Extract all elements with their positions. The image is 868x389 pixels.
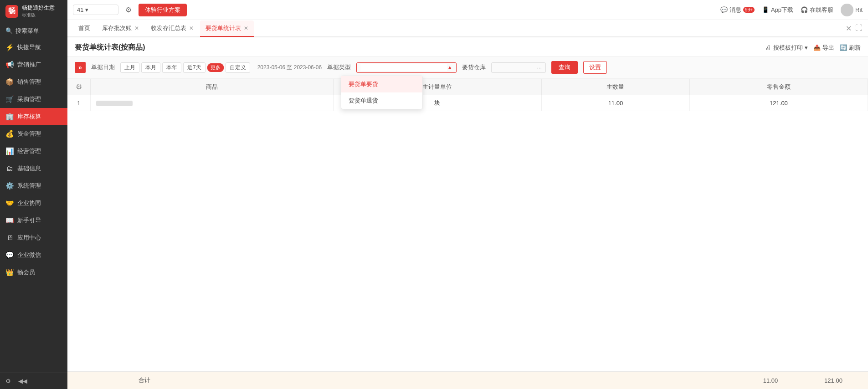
print-label: 按模板打印 [773, 44, 803, 52]
tab-order-summary[interactable]: 要货单统计表✕ [200, 20, 254, 37]
dropdown-item-return[interactable]: 要货单退货 [341, 92, 422, 109]
nav-label-guide: 新手引导 [17, 216, 41, 225]
minimize-icon[interactable]: ✕ [846, 24, 852, 33]
column-settings-icon[interactable]: ⚙ [76, 83, 82, 91]
print-template-btn[interactable]: 🖨 按模板打印 ▾ [765, 44, 808, 52]
sidebar-item-system[interactable]: ⚙️系统管理 [0, 177, 67, 194]
tabs-bar: 首页库存批次账✕收发存汇总表✕要货单统计表✕✕⛶ [67, 20, 868, 37]
settings-bottom-icon[interactable]: ⚙ [5, 378, 11, 384]
page-actions: 🖨 按模板打印 ▾ 📤 导出 🔄 刷新 [765, 44, 861, 52]
tab-close-order-summary[interactable]: ✕ [244, 25, 248, 31]
warehouse-input[interactable]: ··· [491, 62, 546, 73]
custom-date-btn[interactable]: 自定义 [226, 62, 250, 73]
sidebar-item-wechat[interactable]: 💬企业微信 [0, 246, 67, 264]
page-content: 要货单统计表(按商品) 🖨 按模板打印 ▾ 📤 导出 🔄 刷新 » [67, 37, 868, 389]
sidebar-item-quick-nav[interactable]: ⚡快捷导航 [0, 39, 67, 56]
nav-label-operations: 经营管理 [17, 147, 41, 155]
sidebar-item-sales[interactable]: 📦销售管理 [0, 73, 67, 91]
data-table: ⚙ 商品 主计量单位 主数量 零售金额 1 块 11.00 121.00 [67, 79, 868, 111]
sidebar-item-member[interactable]: 👑畅会员 [0, 264, 67, 281]
search-icon: 🔍 [5, 27, 13, 34]
tab-close-inventory-batch[interactable]: ✕ [134, 25, 139, 31]
sidebar-item-app-center[interactable]: 🖥应用中心 [0, 229, 67, 246]
user-avatar-btn[interactable]: Rit [841, 4, 863, 16]
date-range-text: 2023-05-06 至 2023-06-06 [257, 64, 322, 72]
nav-icon-quick-nav: ⚡ [5, 43, 14, 51]
nav-label-marketing: 营销推广 [17, 61, 41, 69]
sidebar-item-enterprise[interactable]: 🤝企业协同 [0, 194, 67, 212]
last-7days-btn[interactable]: 近7天 [183, 62, 205, 73]
sidebar-item-marketing[interactable]: 📢营销推广 [0, 56, 67, 73]
sidebar: 畅 畅捷通好生意 标准版 🔍 搜索菜单 ⚡快捷导航📢营销推广📦销售管理🛒采购管理… [0, 0, 67, 389]
nav-icon-basic-info: 🗂 [5, 164, 14, 173]
last-month-btn[interactable]: 上月 [120, 62, 139, 73]
dropdown-item-requisition[interactable]: 要货单要货 [341, 76, 422, 92]
nav-label-quick-nav: 快捷导航 [17, 43, 41, 51]
table-container: ⚙ 商品 主计量单位 主数量 零售金额 1 块 11.00 121.00 [67, 79, 868, 371]
type-chevron-icon[interactable]: ▲ [447, 64, 452, 71]
tab-label-receivable-summary: 收发存汇总表 [151, 24, 186, 32]
online-service-btn[interactable]: 🎧 在线客服 [801, 6, 833, 14]
tab-inventory-batch[interactable]: 库存批次账✕ [97, 20, 144, 37]
tab-home[interactable]: 首页 [73, 20, 96, 37]
row-product [90, 95, 333, 111]
logo-sub: 标准版 [22, 12, 55, 18]
this-year-btn[interactable]: 本年 [162, 62, 181, 73]
maximize-icon[interactable]: ⛶ [855, 24, 863, 33]
trial-btn[interactable]: 体验行业方案 [139, 4, 187, 16]
nav-label-app-center: 应用中心 [17, 234, 41, 242]
nav-icon-marketing: 📢 [5, 61, 14, 69]
filter-expand-btn[interactable]: » [75, 62, 86, 73]
table-row: 1 块 11.00 121.00 [67, 95, 868, 111]
tab-close-receivable-summary[interactable]: ✕ [189, 25, 194, 31]
messages-btn[interactable]: 💬 消息 99+ [720, 6, 755, 14]
search-menu[interactable]: 🔍 搜索菜单 [0, 23, 67, 39]
row-num: 1 [67, 95, 90, 111]
date-label: 单据日期 [91, 63, 115, 72]
sidebar-item-purchase[interactable]: 🛒采购管理 [0, 91, 67, 108]
nav-label-basic-info: 基础信息 [17, 164, 41, 173]
message-icon: 💬 [720, 6, 728, 13]
messages-label: 消息 [729, 6, 741, 14]
row-amount: 121.00 [689, 95, 868, 111]
nav-icon-app-center: 🖥 [5, 234, 14, 242]
nav-icon-wechat: 💬 [5, 251, 14, 259]
this-month-btn[interactable]: 本月 [141, 62, 160, 73]
type-label: 单据类型 [327, 63, 351, 72]
topbar-gear-icon[interactable]: ⚙ [122, 4, 135, 16]
query-btn[interactable]: 查询 [551, 61, 578, 74]
sidebar-item-finance[interactable]: 💰资金管理 [0, 125, 67, 143]
nav-icon-enterprise: 🤝 [5, 199, 14, 207]
export-label: 导出 [822, 44, 834, 52]
sidebar-item-inventory[interactable]: 🏢库存核算 [0, 108, 67, 125]
type-input[interactable]: ▲ [356, 62, 457, 73]
page-header: 要货单统计表(按商品) 🖨 按模板打印 ▾ 📤 导出 🔄 刷新 [67, 37, 868, 56]
message-count: 99+ [743, 7, 755, 13]
online-service-label: 在线客服 [810, 6, 833, 14]
refresh-btn[interactable]: 🔄 刷新 [840, 44, 861, 52]
date-quick-btns: 上月 本月 本年 近7天 更多 自定义 [120, 62, 250, 73]
type-input-field[interactable] [360, 64, 447, 71]
sidebar-item-guide[interactable]: 📖新手引导 [0, 212, 67, 229]
warehouse-more-icon: ··· [537, 64, 542, 71]
footer-label: 合计 [75, 376, 150, 384]
logo-title: 畅捷通好生意 [22, 5, 55, 12]
tab-receivable-summary[interactable]: 收发存汇总表✕ [145, 20, 199, 37]
company-selector[interactable]: 41 ▾ [73, 5, 118, 15]
row-quantity: 11.00 [541, 95, 689, 111]
app-download-btn[interactable]: 📱 App下载 [762, 6, 793, 14]
settings-btn[interactable]: 设置 [583, 61, 607, 74]
collapse-btn[interactable]: ◀◀ [18, 378, 27, 384]
more-date-btn[interactable]: 更多 [207, 63, 224, 72]
export-btn[interactable]: 📤 导出 [813, 44, 834, 52]
footer-amount: 121.00 [806, 377, 861, 384]
nav-label-enterprise: 企业协同 [17, 199, 41, 207]
sidebar-item-operations[interactable]: 📊经营管理 [0, 143, 67, 160]
nav-icon-sales: 📦 [5, 78, 14, 86]
sidebar-item-basic-info[interactable]: 🗂基础信息 [0, 160, 67, 177]
print-icon: 🖨 [765, 44, 771, 51]
logo-icon: 畅 [5, 5, 18, 18]
warehouse-label: 要货仓库 [462, 63, 486, 72]
type-dropdown: 要货单要货 要货单退货 [341, 76, 423, 109]
sidebar-bottom: ⚙ ◀◀ [0, 373, 67, 389]
